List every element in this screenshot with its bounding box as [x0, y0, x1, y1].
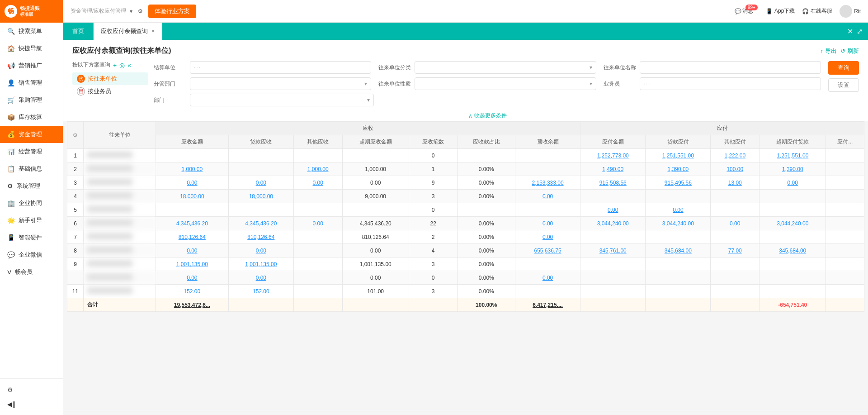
sidebar-item-inventory[interactable]: 📦库存核算: [0, 109, 63, 126]
tab-close-icon[interactable]: ×: [151, 28, 155, 34]
row-ar-prepaid[interactable]: [515, 162, 580, 176]
sidebar-item-capital[interactable]: 💰资金管理: [0, 126, 63, 143]
sidebar-item-gear[interactable]: ⚙: [0, 382, 63, 397]
row-ap-loan[interactable]: 915,495.56: [646, 176, 711, 190]
refresh-btn[interactable]: ↺ 刷新: [840, 47, 859, 55]
row-ap-amount[interactable]: 3,044,240.00: [580, 217, 646, 230]
sidebar-item-hardware[interactable]: 📱智能硬件: [0, 229, 63, 246]
row-ap-other[interactable]: [711, 203, 760, 217]
row-ar-amount[interactable]: 1,000.00: [156, 162, 229, 176]
total-ar-cell[interactable]: 19,553,472,6...: [156, 298, 229, 312]
breadcrumb-dropdown[interactable]: ▾: [130, 8, 132, 14]
row-ap-loan[interactable]: [646, 271, 711, 285]
row-ap-amount[interactable]: [580, 230, 646, 244]
row-ap-loan[interactable]: 0.00: [646, 203, 711, 217]
sidebar-item-collapse[interactable]: ◀‖: [0, 397, 63, 411]
sidebar-item-base[interactable]: 📋基础信息: [0, 160, 63, 177]
row-ap-amount[interactable]: [580, 285, 646, 298]
row-ap-amount[interactable]: 915,508.56: [580, 176, 646, 190]
row-ar-loan[interactable]: 1,001,135.00: [228, 258, 293, 271]
filter-by-partner[interactable]: 伙 按往来单位: [72, 72, 148, 85]
sidebar-item-sales[interactable]: 👤销售管理: [0, 74, 63, 91]
row-ap-overdue[interactable]: [760, 285, 826, 298]
row-ar-loan[interactable]: 152.00: [228, 285, 293, 298]
row-ap-loan[interactable]: [646, 285, 711, 298]
row-ar-other[interactable]: [293, 230, 342, 244]
row-ap-other[interactable]: [711, 230, 760, 244]
row-ar-other[interactable]: [293, 244, 342, 258]
partner-name-input[interactable]: [640, 61, 821, 74]
row-ap-overdue[interactable]: 0.00: [760, 176, 826, 190]
row-ar-amount[interactable]: [156, 203, 229, 217]
row-ar-other[interactable]: [293, 271, 342, 285]
row-ap-other[interactable]: 1,222.00: [711, 149, 760, 162]
row-ap-overdue[interactable]: [760, 230, 826, 244]
row-ar-loan[interactable]: [228, 162, 293, 176]
row-ar-amount[interactable]: 1,001,135.00: [156, 258, 229, 271]
row-ap-other[interactable]: 77.00: [711, 244, 760, 258]
dept-select[interactable]: ▾: [190, 77, 371, 90]
row-ar-other[interactable]: [293, 203, 342, 217]
row-ap-amount[interactable]: [580, 190, 646, 203]
row-ar-prepaid[interactable]: [515, 258, 580, 271]
row-ar-amount[interactable]: 810,126.64: [156, 230, 229, 244]
inner-dept-select[interactable]: ▾: [190, 94, 374, 106]
row-ap-other[interactable]: 0.00: [711, 217, 760, 230]
filter-collapse-btn2[interactable]: ∧ 收起更多条件: [154, 110, 821, 121]
setting-btn[interactable]: 设置: [828, 78, 859, 92]
filter-add-btn[interactable]: +: [113, 62, 117, 69]
filter-by-salesman[interactable]: ⏰ 按业务员: [72, 85, 148, 98]
row-ar-prepaid[interactable]: [515, 203, 580, 217]
export-btn[interactable]: ↑ 导出: [821, 47, 837, 55]
row-ar-amount[interactable]: 18,000.00: [156, 190, 229, 203]
row-ap-overdue[interactable]: 345,684.00: [760, 244, 826, 258]
sidebar-item-wechat[interactable]: 💬企业微信: [0, 246, 63, 263]
service-btn[interactable]: 🎧 在线客服: [802, 7, 832, 15]
row-ap-overdue[interactable]: [760, 190, 826, 203]
row-ap-amount[interactable]: 0.00: [580, 203, 646, 217]
row-ar-prepaid[interactable]: 2,153,333.00: [515, 176, 580, 190]
query-btn[interactable]: 查询: [828, 61, 859, 75]
partner-type-select[interactable]: ▾: [415, 61, 596, 74]
row-ap-other[interactable]: 100.00: [711, 162, 760, 176]
row-ar-amount[interactable]: 4,345,436.20: [156, 217, 229, 230]
tab-close-window-icon[interactable]: ✕: [847, 27, 853, 36]
row-ar-loan[interactable]: 0.00: [228, 244, 293, 258]
row-ar-prepaid[interactable]: 0.00: [515, 217, 580, 230]
row-ar-loan[interactable]: 18,000.00: [228, 190, 293, 203]
sidebar-item-quick-nav[interactable]: 🏠快捷导航: [0, 40, 63, 57]
total-ar-prepaid-cell[interactable]: 6,417,215....: [515, 298, 580, 312]
row-ar-prepaid[interactable]: 0.00: [515, 190, 580, 203]
salesman-select[interactable]: ···: [640, 77, 821, 90]
row-ar-loan[interactable]: 4,345,436.20: [228, 217, 293, 230]
row-ar-prepaid[interactable]: [515, 285, 580, 298]
row-ap-overdue[interactable]: [760, 271, 826, 285]
row-ar-other[interactable]: 1,000.00: [293, 162, 342, 176]
row-ar-other[interactable]: 0.00: [293, 176, 342, 190]
row-ap-overdue[interactable]: 3,044,240.00: [760, 217, 826, 230]
row-ar-prepaid[interactable]: 0.00: [515, 271, 580, 285]
row-ar-loan[interactable]: 0.00: [228, 176, 293, 190]
settlement-input[interactable]: ···: [190, 61, 371, 74]
filter-collapse-btn[interactable]: «: [127, 62, 131, 69]
row-ap-amount[interactable]: 1,252,773.00: [580, 149, 646, 162]
row-ar-amount[interactable]: 0.00: [156, 244, 229, 258]
row-ar-amount[interactable]: 152.00: [156, 285, 229, 298]
row-ar-amount[interactable]: [156, 149, 229, 162]
row-ap-loan[interactable]: 345,684.00: [646, 244, 711, 258]
row-ar-amount[interactable]: 0.00: [156, 271, 229, 285]
row-ap-loan[interactable]: 1,251,551.00: [646, 149, 711, 162]
row-ap-amount[interactable]: 1,490.00: [580, 162, 646, 176]
row-ar-prepaid[interactable]: 0.00: [515, 230, 580, 244]
row-ap-overdue[interactable]: [760, 258, 826, 271]
row-ap-other[interactable]: 13.00: [711, 176, 760, 190]
row-ap-amount[interactable]: [580, 258, 646, 271]
sidebar-item-purchase[interactable]: 🛒采购管理: [0, 91, 63, 109]
row-ap-loan[interactable]: [646, 230, 711, 244]
tab-ar-balance[interactable]: 应收应付余额查询 ×: [94, 23, 162, 40]
sidebar-item-system[interactable]: ⚙系统管理: [0, 177, 63, 195]
row-ap-other[interactable]: [711, 285, 760, 298]
sidebar-item-member[interactable]: V畅会员: [0, 263, 63, 281]
row-ap-amount[interactable]: 345,761.00: [580, 244, 646, 258]
row-ap-other[interactable]: [711, 271, 760, 285]
